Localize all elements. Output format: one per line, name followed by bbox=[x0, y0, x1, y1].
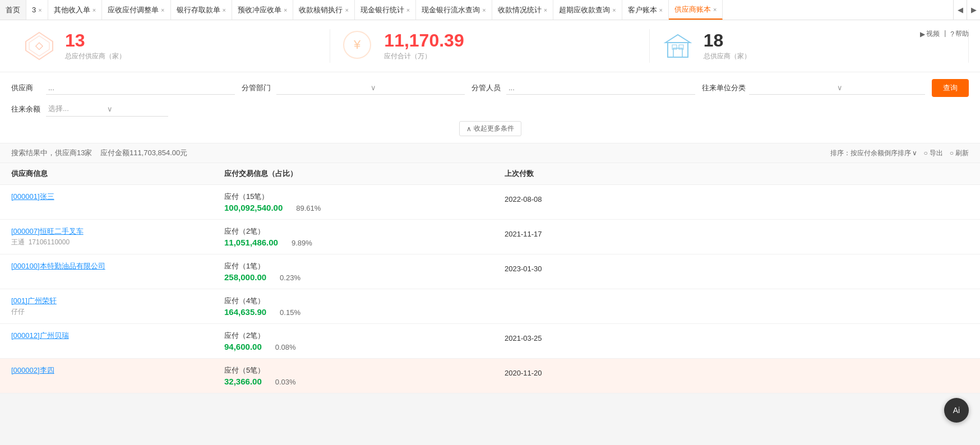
transaction-cell-4: 应付（4笔） 164,635.90 0.15% bbox=[224, 296, 505, 317]
nav-supplier-book[interactable]: 供应商账本 × bbox=[669, 0, 723, 20]
nav-tab3[interactable]: 3 × bbox=[26, 0, 48, 20]
nav-close-supplier-book[interactable]: × bbox=[713, 6, 716, 13]
stat-icon-money: ¥ bbox=[341, 29, 375, 63]
dept-dropdown-arrow: ∨ bbox=[371, 84, 463, 92]
filter-balance-select[interactable]: 选择... ∨ bbox=[46, 101, 168, 117]
stat-info-payable-suppliers: 13 总应付供应商（家） bbox=[65, 31, 126, 61]
supplier-link-6[interactable]: [000002]李四 bbox=[11, 365, 224, 376]
nav-prev-arrow[interactable]: ◀ bbox=[953, 0, 967, 20]
table-body: [000001]张三 应付（15笔） 100,092,540.00 89.61%… bbox=[0, 185, 980, 393]
stat-icon-diamond: ◇ bbox=[22, 29, 56, 63]
lastpay-cell-4 bbox=[505, 296, 969, 299]
nav-cash-bank-flow[interactable]: 现金银行流水查询 × bbox=[416, 0, 492, 20]
svg-text:◇: ◇ bbox=[35, 40, 43, 51]
query-button[interactable]: 查询 bbox=[932, 79, 969, 97]
col-header-transaction: 应付交易信息（占比） bbox=[224, 169, 505, 179]
svg-marker-6 bbox=[665, 35, 690, 43]
supplier-link-3[interactable]: [000100]本特勤油品有限公司 bbox=[11, 261, 224, 271]
lastpay-cell-5: 2021-03-25 bbox=[505, 331, 969, 342]
filter-category-select[interactable]: ∨ bbox=[749, 81, 926, 95]
stat-info-payable-amount: 11,170.39 应付合计（万） bbox=[384, 31, 464, 61]
filter-balance-label: 往来余额 bbox=[11, 104, 43, 114]
nav-close-tab3[interactable]: × bbox=[38, 7, 41, 13]
export-icon: ○ bbox=[924, 149, 928, 157]
table-row[interactable]: [000012]广州贝瑞 应付（2笔） 94,600.00 0.08% 2021… bbox=[0, 324, 980, 359]
nav-close-cash-bank-flow[interactable]: × bbox=[482, 7, 486, 13]
nav-customer-book[interactable]: 客户账本 × bbox=[622, 0, 669, 20]
filter-person-input[interactable] bbox=[506, 81, 695, 95]
transaction-cell-3: 应付（1笔） 258,000.00 0.23% bbox=[224, 261, 505, 282]
nav-collect-stat[interactable]: 收款情况统计 × bbox=[492, 0, 553, 20]
sort-select[interactable]: 排序：按应付余额倒序排序 ∨ bbox=[830, 149, 917, 158]
filter-row-2: 往来余额 选择... ∨ bbox=[11, 101, 969, 117]
filter-category: 往来单位分类 ∨ bbox=[702, 81, 926, 95]
supplier-link-2[interactable]: [000007]恒旺二手叉车 bbox=[11, 226, 224, 237]
lastpay-cell-6: 2020-11-20 bbox=[505, 365, 969, 377]
nav-close-bank-deposit[interactable]: × bbox=[223, 7, 226, 13]
filter-supplier: 供应商 bbox=[11, 81, 235, 95]
export-button[interactable]: ○ 导出 bbox=[924, 149, 943, 158]
table-header-row: 供应商信息 应付交易信息（占比） 上次付数 bbox=[0, 163, 980, 185]
nav-close-collect-stat[interactable]: × bbox=[544, 7, 547, 13]
filter-supplier-input[interactable] bbox=[46, 81, 235, 95]
video-link[interactable]: ▶ 视频 bbox=[920, 29, 940, 39]
nav-close-prepay-charge[interactable]: × bbox=[284, 7, 287, 13]
stats-header: ◇ 13 总应付供应商（家） ¥ 11,170.39 应付合计（万） bbox=[0, 20, 980, 72]
supplier-link-5[interactable]: [000012]广州贝瑞 bbox=[11, 331, 224, 341]
transaction-cell-1: 应付（15笔） 100,092,540.00 89.61% bbox=[224, 192, 505, 212]
nav-other-income[interactable]: 其他收入单 × bbox=[48, 0, 102, 20]
nav-collect-verify[interactable]: 收款核销执行 × bbox=[293, 0, 354, 20]
filter-category-label: 往来单位分类 bbox=[702, 83, 746, 93]
nav-prepay-charge[interactable]: 预收冲应收单 × bbox=[232, 0, 293, 20]
supplier-cell-4: [001]广州荣轩 仔仔 bbox=[11, 296, 224, 317]
table-row[interactable]: [000002]李四 应付（5笔） 32,366.00 0.03% 2020-1… bbox=[0, 359, 980, 393]
transaction-cell-6: 应付（5笔） 32,366.00 0.03% bbox=[224, 365, 505, 386]
nav-next-arrow[interactable]: ▶ bbox=[967, 0, 980, 20]
refresh-button[interactable]: ○ 刷新 bbox=[950, 149, 969, 158]
nav-home[interactable]: 首页 bbox=[0, 0, 26, 20]
filter-dept: 分管部门 ∨ bbox=[242, 81, 465, 95]
table-row[interactable]: [000001]张三 应付（15笔） 100,092,540.00 89.61%… bbox=[0, 185, 980, 220]
stat-label-payable-amount: 应付合计（万） bbox=[384, 52, 464, 61]
supplier-cell-2: [000007]恒旺二手叉车 王通 17106110000 bbox=[11, 226, 224, 247]
lastpay-cell-1: 2022-08-08 bbox=[505, 192, 969, 203]
nav-close-overdue-ar[interactable]: × bbox=[612, 7, 616, 13]
supplier-link-4[interactable]: [001]广州荣轩 bbox=[11, 296, 224, 306]
stat-icon-shop bbox=[661, 29, 695, 63]
nav-close-customer-book[interactable]: × bbox=[659, 7, 663, 13]
result-bar-actions: 排序：按应付余额倒序排序 ∨ ○ 导出 ○ 刷新 bbox=[830, 149, 969, 158]
table-row[interactable]: [000100]本特勤油品有限公司 应付（1笔） 258,000.00 0.23… bbox=[0, 254, 980, 289]
help-icon: ? bbox=[950, 30, 954, 38]
table-row[interactable]: [000007]恒旺二手叉车 王通 17106110000 应付（2笔） 11,… bbox=[0, 220, 980, 254]
col-header-supplier: 供应商信息 bbox=[11, 169, 224, 179]
help-link[interactable]: ? 帮助 bbox=[950, 29, 969, 39]
nav-cash-bank-stat[interactable]: 现金银行统计 × bbox=[355, 0, 416, 20]
nav-close-collect-verify[interactable]: × bbox=[345, 7, 348, 13]
category-dropdown-arrow: ∨ bbox=[837, 84, 923, 92]
stat-block-payable-amount: ¥ 11,170.39 应付合计（万） bbox=[330, 29, 649, 63]
table-row[interactable]: [001]广州荣轩 仔仔 应付（4笔） 164,635.90 0.15% bbox=[0, 289, 980, 324]
nav-arrows: ◀ ▶ bbox=[953, 0, 980, 20]
nav-bank-deposit[interactable]: 银行存取款单 × bbox=[171, 0, 232, 20]
nav-close-other-income[interactable]: × bbox=[93, 7, 96, 13]
supplier-link-1[interactable]: [000001]张三 bbox=[11, 192, 224, 202]
stat-number-total-suppliers: 18 bbox=[704, 31, 751, 49]
supplier-cell-5: [000012]广州贝瑞 bbox=[11, 331, 224, 341]
filter-area: 供应商 分管部门 ∨ 分管人员 往来单位分类 ∨ 查询 往来余额 选择 bbox=[0, 72, 980, 143]
filter-dept-label: 分管部门 bbox=[242, 83, 273, 93]
top-nav: 首页 3 × 其他收入单 × 应收应付调整单 × 银行存取款单 × 预收冲应收单… bbox=[0, 0, 980, 20]
nav-close-ar-ap-adjust[interactable]: × bbox=[161, 7, 164, 13]
collapse-button[interactable]: ∧ 收起更多条件 bbox=[459, 121, 521, 136]
nav-close-cash-bank-stat[interactable]: × bbox=[406, 7, 410, 13]
filter-person: 分管人员 bbox=[471, 81, 695, 95]
result-info: 搜索结果中，供应商13家 应付金额111,703,854.00元 bbox=[11, 148, 187, 158]
video-icon: ▶ bbox=[920, 30, 925, 38]
lastpay-cell-2: 2021-11-17 bbox=[505, 226, 969, 238]
filter-dept-select[interactable]: ∨ bbox=[276, 81, 465, 95]
stat-number-payable-suppliers: 13 bbox=[65, 31, 126, 49]
svg-rect-8 bbox=[672, 45, 677, 49]
sort-arrow-icon: ∨ bbox=[912, 149, 917, 157]
filter-supplier-label: 供应商 bbox=[11, 83, 43, 93]
nav-ar-ap-adjust[interactable]: 应收应付调整单 × bbox=[102, 0, 170, 20]
nav-overdue-ar[interactable]: 超期应收款查询 × bbox=[553, 0, 622, 20]
